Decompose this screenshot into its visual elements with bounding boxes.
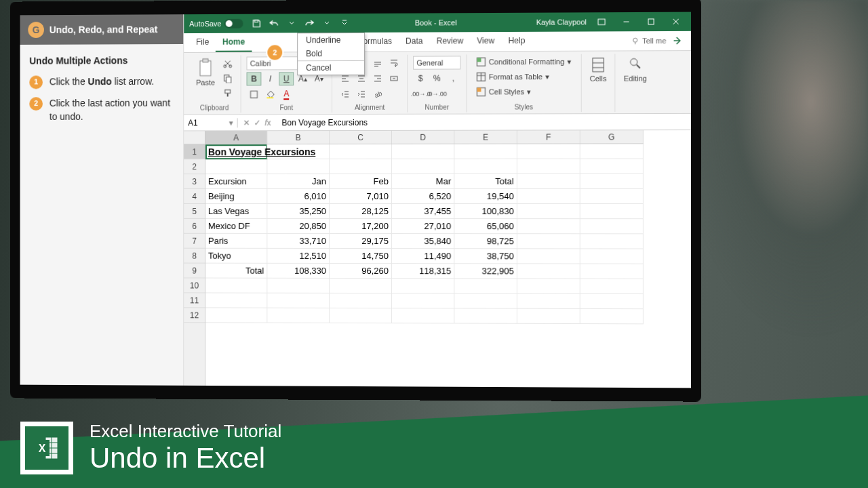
formula-input[interactable]: Bon Voyage Excursions — [277, 117, 691, 127]
italic-button[interactable]: I — [263, 72, 278, 85]
align-bottom-button[interactable] — [370, 56, 385, 70]
cell[interactable]: 322,905 — [454, 264, 517, 278]
enter-formula-icon[interactable]: ✓ — [254, 118, 260, 127]
cell[interactable]: 17,200 — [330, 219, 392, 233]
col-header-e[interactable]: E — [454, 131, 517, 144]
cell[interactable]: 6,520 — [392, 189, 454, 203]
tab-help[interactable]: Help — [501, 32, 532, 51]
row-header-3[interactable]: 3 — [184, 174, 205, 189]
ribbon-display-icon[interactable] — [592, 15, 611, 28]
undo-button[interactable] — [269, 18, 279, 29]
cell[interactable]: Total — [454, 174, 517, 188]
cell[interactable]: 37,455 — [392, 204, 454, 218]
cell-a1[interactable]: Bon Voyage Excursions — [205, 144, 267, 159]
undo-cancel[interactable]: Cancel — [298, 60, 364, 75]
cell[interactable] — [517, 174, 580, 188]
cell[interactable] — [392, 279, 454, 293]
cell[interactable] — [517, 279, 580, 293]
cell[interactable]: Excursion — [205, 174, 267, 188]
bold-button[interactable]: B — [247, 72, 262, 85]
cell[interactable] — [267, 308, 330, 323]
undo-item-underline[interactable]: Underline — [298, 33, 364, 47]
cell[interactable] — [580, 234, 644, 248]
merge-button[interactable] — [387, 72, 401, 85]
cell[interactable] — [580, 204, 644, 218]
minimize-button[interactable] — [616, 15, 635, 28]
paste-button[interactable]: Paste — [193, 57, 218, 88]
tell-me-search[interactable]: Tell me — [631, 31, 667, 50]
cell[interactable]: 38,750 — [454, 249, 517, 263]
cells-button[interactable]: Cells — [587, 56, 610, 84]
col-header-f[interactable]: F — [517, 130, 580, 143]
cell[interactable] — [205, 293, 267, 307]
cell[interactable]: 6,010 — [267, 189, 330, 203]
cell[interactable]: Mar — [392, 174, 454, 188]
format-as-table-button[interactable]: Format as Table ▾ — [473, 70, 554, 83]
cell[interactable]: Total — [205, 264, 267, 278]
borders-button[interactable] — [247, 87, 262, 101]
select-all-corner[interactable] — [184, 131, 205, 144]
undo-item-bold[interactable]: Bold — [298, 47, 364, 60]
row-header-12[interactable]: 12 — [184, 308, 205, 323]
align-right-button[interactable] — [370, 72, 385, 85]
row-header-2[interactable]: 2 — [184, 159, 205, 174]
cell[interactable]: 100,830 — [454, 204, 517, 218]
autosave-toggle[interactable]: AutoSave — [189, 19, 243, 28]
row-header-5[interactable]: 5 — [184, 204, 205, 219]
share-icon[interactable] — [672, 31, 686, 50]
undo-dropdown-arrow[interactable] — [286, 18, 297, 28]
cell[interactable]: Tokyo — [205, 249, 267, 263]
cell[interactable] — [392, 293, 454, 308]
cell[interactable] — [580, 174, 644, 188]
redo-button[interactable] — [304, 18, 315, 28]
cell[interactable] — [580, 144, 644, 158]
cell[interactable]: Mexico DF — [205, 219, 267, 233]
cell[interactable] — [330, 279, 392, 293]
cell[interactable]: 14,750 — [330, 249, 392, 263]
cell[interactable] — [330, 293, 392, 308]
cell[interactable] — [517, 159, 580, 174]
tab-view[interactable]: View — [470, 32, 501, 51]
cell[interactable] — [392, 308, 454, 323]
font-color-button[interactable]: A — [279, 87, 294, 101]
copy-button[interactable] — [220, 72, 235, 85]
number-format-select[interactable]: General — [413, 56, 460, 69]
editing-button[interactable]: Editing — [621, 55, 650, 83]
comma-format-button[interactable]: , — [446, 71, 460, 85]
cell[interactable]: Beijing — [205, 189, 267, 203]
col-header-a[interactable]: A — [205, 131, 267, 144]
tab-review[interactable]: Review — [430, 32, 471, 51]
cell[interactable] — [580, 279, 644, 293]
row-header-7[interactable]: 7 — [184, 234, 205, 249]
cell[interactable]: Las Vegas — [205, 204, 267, 218]
cell[interactable] — [267, 159, 330, 174]
close-button[interactable] — [666, 15, 685, 28]
cell[interactable] — [205, 159, 267, 174]
row-header-1[interactable]: 1 — [184, 144, 205, 159]
cell[interactable] — [517, 234, 580, 248]
cut-button[interactable] — [220, 57, 235, 70]
cell[interactable] — [454, 144, 517, 159]
cell-styles-button[interactable]: Cell Styles ▾ — [473, 85, 536, 98]
cell[interactable]: 98,725 — [454, 234, 517, 248]
format-painter-button[interactable] — [220, 87, 235, 100]
conditional-formatting-button[interactable]: Conditional Formatting ▾ — [473, 56, 576, 68]
cell[interactable] — [330, 144, 392, 159]
save-icon[interactable] — [251, 18, 262, 29]
cell[interactable] — [330, 159, 392, 174]
cell[interactable] — [580, 189, 644, 203]
cell[interactable] — [580, 264, 644, 279]
tab-file[interactable]: File — [189, 33, 216, 52]
cell[interactable] — [580, 309, 644, 323]
cell[interactable]: 19,540 — [454, 189, 517, 203]
row-header-8[interactable]: 8 — [184, 249, 205, 264]
user-name[interactable]: Kayla Claypool — [536, 18, 587, 26]
row-header-6[interactable]: 6 — [184, 219, 205, 234]
row-header-10[interactable]: 10 — [184, 278, 205, 293]
cell[interactable]: 11,490 — [392, 249, 454, 263]
cell[interactable]: 65,060 — [454, 219, 517, 233]
customize-qat-icon[interactable] — [339, 18, 350, 28]
cell[interactable] — [580, 159, 644, 174]
fx-icon[interactable]: fx — [264, 118, 271, 127]
accounting-format-button[interactable]: $ — [413, 72, 428, 85]
